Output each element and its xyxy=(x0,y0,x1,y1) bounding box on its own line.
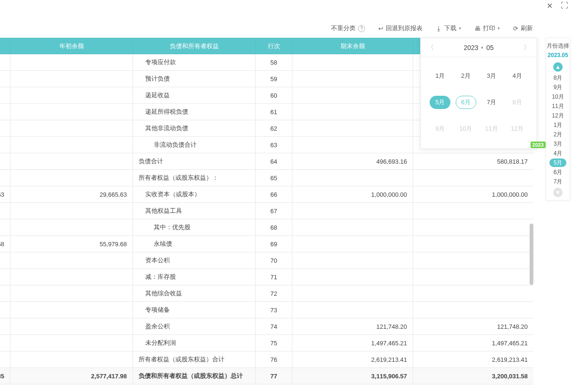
cell: 75 xyxy=(256,335,292,351)
table-row[interactable]: 资本公积70 xyxy=(0,252,533,269)
table-row[interactable]: 盈余公积74121,748.20121,748.20 xyxy=(0,318,533,335)
chevron-down-icon: ▾ xyxy=(481,45,483,50)
col-c4: 行次 xyxy=(256,38,292,54)
cell xyxy=(413,170,534,186)
month-side-item[interactable]: 12月 xyxy=(549,111,566,120)
help-icon[interactable]: ? xyxy=(358,25,365,32)
cell xyxy=(292,219,413,236)
cell xyxy=(0,54,10,71)
cell: 3,200,031.58 xyxy=(413,368,534,384)
cell: 盈余公积 xyxy=(133,318,256,335)
cell xyxy=(10,252,133,269)
cell xyxy=(413,285,534,302)
cell xyxy=(0,318,10,335)
month-cell[interactable]: 6月 xyxy=(456,96,476,109)
refresh-label: 刷新 xyxy=(521,24,533,33)
cell: 非流动负债合计 xyxy=(133,137,256,153)
table-row[interactable]: 79.6855,979.68永续债69 xyxy=(0,236,533,252)
cell xyxy=(10,170,133,186)
cell xyxy=(0,302,10,318)
cell xyxy=(292,236,413,252)
year-badge: 2023 xyxy=(531,142,546,148)
refresh-icon: ⟳ xyxy=(513,25,518,32)
table-row[interactable]: 减：库存股71 xyxy=(0,269,533,285)
cell xyxy=(0,170,10,186)
month-side-item[interactable]: 3月 xyxy=(549,140,566,148)
revert-icon: ↩ xyxy=(378,25,383,32)
month-cell: 8月 xyxy=(507,96,528,109)
cell xyxy=(10,120,133,137)
col-c1: 期末余额 xyxy=(0,38,10,54)
cell xyxy=(413,219,534,236)
table-row[interactable]: 未分配利润751,497,465.211,497,465.21 xyxy=(0,335,533,351)
print-label: 打印 xyxy=(483,24,495,33)
prev-year-icon[interactable]: 〈 xyxy=(427,43,434,52)
month-cell[interactable]: 2月 xyxy=(456,69,476,83)
cell xyxy=(10,71,133,87)
month-side-item[interactable]: 6月 xyxy=(549,168,566,176)
table-row[interactable]: 1.852,577,417.98负债和所有者权益（或股东权益）总计773,115… xyxy=(0,368,533,384)
table-row[interactable]: 所有者权益（或股东权益）：65 xyxy=(0,170,533,186)
next-year-icon[interactable]: 〉 xyxy=(523,43,530,52)
scroll-down-icon[interactable]: ▼ xyxy=(553,188,563,197)
table-row[interactable]: 其他综合收益72 xyxy=(0,285,533,302)
cell xyxy=(413,269,534,285)
no-reclass-button[interactable]: 不重分类 ? xyxy=(331,24,365,33)
table-row[interactable]: 负债合计64496,693.16580,818.17 xyxy=(0,153,533,170)
vertical-scrollbar[interactable] xyxy=(530,224,533,285)
chevron-down-icon: ▾ xyxy=(498,26,500,31)
month-picker-popover[interactable]: 〈 2023 ▾ 05 〉 1月2月3月4月5月6月7月8月9月10月11月12… xyxy=(420,38,537,149)
month-cell: 9月 xyxy=(430,122,450,135)
cell xyxy=(10,137,133,153)
month-side-item[interactable]: 5月 xyxy=(549,158,566,167)
month-side-item[interactable]: 1月 xyxy=(549,121,566,129)
cell: 1.85 xyxy=(0,368,10,384)
col-c2: 年初余额 xyxy=(10,38,133,54)
cell: 减：库存股 xyxy=(133,269,256,285)
revert-button[interactable]: ↩ 回退到原报表 xyxy=(378,24,423,33)
cell: 68 xyxy=(256,219,292,236)
toolbar: 不重分类 ? ↩ 回退到原报表 ⭳ 下载 ▾ 🖶 打印 ▾ ⟳ 刷新 xyxy=(0,19,573,38)
cell: 59 xyxy=(256,71,292,87)
cell xyxy=(413,302,534,318)
cell xyxy=(292,137,413,153)
cell xyxy=(0,269,10,285)
print-button[interactable]: 🖶 打印 ▾ xyxy=(474,24,500,33)
month-side-item[interactable]: 4月 xyxy=(549,149,566,158)
table-row[interactable]: 其他权益工具67 xyxy=(0,203,533,219)
download-button[interactable]: ⭳ 下载 ▾ xyxy=(436,24,461,33)
scroll-up-icon[interactable]: ▲ xyxy=(553,62,563,72)
cell: 74 xyxy=(256,318,292,335)
month-side-item[interactable]: 7月 xyxy=(549,177,566,186)
table-row[interactable]: 专项储备73 xyxy=(0,302,533,318)
month-side-item[interactable]: 11月 xyxy=(549,102,566,110)
fullscreen-icon[interactable]: ⛶ xyxy=(560,1,569,10)
table-row[interactable]: 其中：优先股68 xyxy=(0,219,533,236)
month-cell[interactable]: 1月 xyxy=(430,69,450,83)
cell: 73 xyxy=(256,302,292,318)
month-cell: 11月 xyxy=(481,122,502,135)
month-picker-title[interactable]: 2023 ▾ 05 xyxy=(464,44,494,51)
month-side-item[interactable]: 2月 xyxy=(549,130,566,139)
print-icon: 🖶 xyxy=(474,25,481,32)
month-cell[interactable]: 5月 xyxy=(430,96,450,109)
month-cell[interactable]: 7月 xyxy=(481,96,502,109)
table-row[interactable]: 所有者权益（或股东权益）合计762,619,213.412,619,213.41 xyxy=(0,351,533,368)
cell: 递延收益 xyxy=(133,87,256,104)
cell xyxy=(0,153,10,170)
cell xyxy=(292,269,413,285)
month-side-item[interactable]: 9月 xyxy=(549,83,566,92)
month-side-item[interactable]: 8月 xyxy=(549,74,566,82)
cell: 2,619,213.41 xyxy=(413,351,534,368)
cell: 其中：优先股 xyxy=(133,219,256,236)
cell xyxy=(10,203,133,219)
month-side-item[interactable]: 10月 xyxy=(549,92,566,101)
table-row[interactable]: 55.6329,665.63实收资本（或股本）661,000,000.001,0… xyxy=(0,186,533,203)
cell: 77 xyxy=(256,368,292,384)
cell: 1,000,000.00 xyxy=(413,186,534,203)
month-cell[interactable]: 3月 xyxy=(481,69,502,83)
refresh-button[interactable]: ⟳ 刷新 xyxy=(513,24,533,33)
close-icon[interactable]: ✕ xyxy=(545,1,554,10)
month-cell[interactable]: 4月 xyxy=(507,69,528,83)
cell xyxy=(10,104,133,120)
